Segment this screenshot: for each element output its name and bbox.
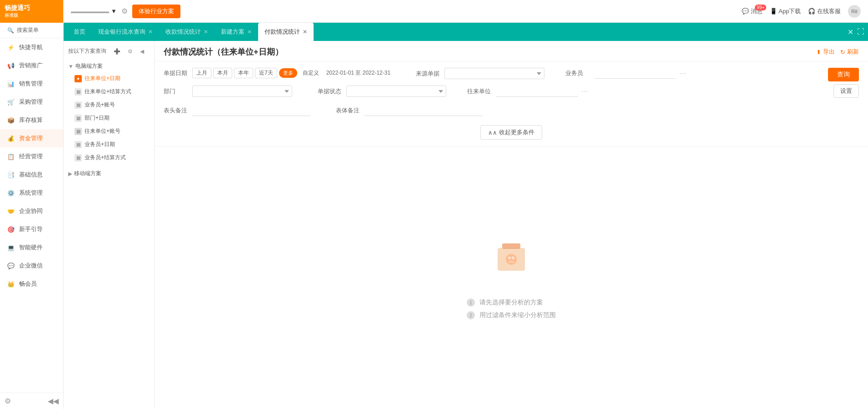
scheme-item[interactable]: ▦业务员+账号 (64, 98, 154, 111)
date-btn-本月[interactable]: 本月 (213, 68, 232, 78)
header-settings-icon[interactable]: ⚙ (121, 7, 128, 15)
settings-bottom-icon[interactable]: ⚙ (5, 397, 11, 405)
export-btn[interactable]: ⬆ 导出 (816, 48, 835, 56)
voucher-status-filter: 单据状态 (318, 86, 446, 97)
date-buttons: 上月本月本年近7天更多 (192, 68, 297, 78)
tab-首页[interactable]: 首页 (67, 23, 92, 41)
phone-icon: 📱 (770, 8, 777, 15)
sidebar-item-quick-nav[interactable]: ⚡快捷导航 (0, 38, 63, 56)
right-content: 付款情况统计（往来单位+日期） ⬆ 导出 ↻ 刷新 (155, 41, 868, 409)
search-label: 搜索菜单 (17, 26, 39, 34)
logo-text: 畅捷通巧 (5, 4, 30, 12)
sidebar-item-inventory[interactable]: 📦库存核算 (0, 111, 63, 129)
item-icon: ▦ (75, 88, 82, 96)
scheme-item[interactable]: ▦部门+日期 (64, 111, 154, 125)
collapse-up-icon: ∧∧ (488, 129, 497, 136)
item-icon: ▦ (75, 154, 82, 162)
custom-label[interactable]: 自定义 (303, 69, 319, 77)
close-tab-icon[interactable]: ✕ (848, 28, 853, 36)
scheme-item[interactable]: ▦往来单位+账号 (64, 125, 154, 138)
item-icon: ● (75, 75, 82, 82)
scheme-item[interactable]: ●往来单位+日期 (64, 72, 154, 85)
search-menu[interactable]: 🔍 搜索菜单 (0, 23, 63, 38)
scheme-settings-btn[interactable]: ⚙ (128, 48, 133, 55)
sidebar-item-operations[interactable]: 📋经营管理 (0, 147, 63, 166)
scheme-item[interactable]: ▦业务员+日期 (64, 138, 154, 151)
sidebar-item-wechat[interactable]: 💬企业微信 (0, 257, 63, 275)
search-icon: 🔍 (7, 27, 14, 34)
dept-select[interactable] (192, 86, 292, 97)
collapse-sidebar-icon[interactable]: ◀◀ (48, 397, 59, 405)
trial-button[interactable]: 体验行业方案 (132, 5, 180, 18)
sidebar-item-marketing[interactable]: 📢营销推广 (0, 56, 63, 75)
nav-icon-marketing: 📢 (6, 61, 15, 70)
scheme-group-title[interactable]: ▶移动端方案 (64, 168, 154, 179)
sidebar-item-member[interactable]: 👑畅会员 (0, 275, 63, 293)
nav-icon-member: 👑 (6, 279, 15, 288)
main-area: ▬▬▬▬▬▬▬ ▼ ⚙ 体验行业方案 💬 99+ 消息 📱 App下载 🎧 在线… (64, 0, 868, 409)
svg-point-4 (512, 257, 514, 259)
nav-icon-quick-nav: ⚡ (6, 43, 15, 52)
scheme-group-title[interactable]: ▼电脑端方案 (64, 61, 154, 72)
query-btn[interactable]: 查询 (828, 68, 859, 81)
sidebar-item-guide[interactable]: 🎯新手引导 (0, 220, 63, 238)
sidebar-item-funds[interactable]: 💰资金管理 (0, 129, 63, 147)
item-icon: ▦ (75, 101, 82, 109)
salesman-input[interactable] (594, 68, 676, 79)
collapse-panel-btn[interactable]: ◀ (140, 48, 144, 55)
source-select[interactable] (444, 68, 544, 79)
user-avatar[interactable]: Rit (848, 5, 861, 18)
date-label: 单据日期 (164, 69, 189, 77)
salesman-dots[interactable]: ··· (679, 69, 686, 78)
date-btn-更多[interactable]: 更多 (279, 68, 297, 78)
settings-filter-btn[interactable]: 设置 (833, 84, 859, 98)
customer-service-label: 在线客服 (817, 8, 841, 15)
refresh-btn[interactable]: ↻ 刷新 (840, 48, 859, 56)
tab-收款情况统计[interactable]: 收款情况统计✕ (159, 23, 215, 41)
sidebar-item-purchase[interactable]: 🛒采购管理 (0, 93, 63, 111)
counterpart-input[interactable] (496, 86, 578, 97)
nav-icon-enterprise: 🤝 (6, 207, 15, 216)
tab-close-icon[interactable]: ✕ (303, 29, 307, 35)
tip-num-2: 2 (467, 311, 475, 319)
tab-close-icon[interactable]: ✕ (204, 29, 208, 35)
sidebar-item-sales[interactable]: 📊销售管理 (0, 75, 63, 93)
app-download[interactable]: 📱 App下载 (770, 7, 801, 15)
date-btn-近7天[interactable]: 近7天 (255, 68, 277, 78)
sidebar-item-enterprise[interactable]: 🤝企业协同 (0, 202, 63, 220)
counterpart-dots[interactable]: ··· (581, 86, 588, 96)
tab-付款情况统计[interactable]: 付款情况统计✕ (258, 23, 314, 41)
tab-close-icon[interactable]: ✕ (247, 29, 252, 35)
tab-新建方案[interactable]: 新建方案✕ (215, 23, 258, 41)
note-body-label: 表体备注 (336, 106, 361, 115)
left-panel: 按以下方案查询 ➕ ⚙ ◀ ▼电脑端方案●往来单位+日期▦往来单位+结算方式▦业… (64, 41, 155, 409)
company-selector[interactable]: ▬▬▬▬▬▬▬ ▼ (71, 8, 117, 15)
nav-icon-purchase: 🛒 (6, 97, 15, 106)
empty-state: 1 请先选择要分析的方案 2 用过滤条件来缩小分析范围 (155, 146, 868, 409)
date-btn-上月[interactable]: 上月 (192, 68, 211, 78)
date-btn-本年[interactable]: 本年 (234, 68, 253, 78)
add-scheme-btn[interactable]: ➕ (114, 48, 120, 55)
salesman-label: 业务员 (565, 69, 590, 77)
dept-filter: 部门 (164, 86, 292, 97)
note-header-input[interactable] (192, 105, 310, 116)
notification-icon[interactable]: 💬 99+ 消息 (742, 7, 763, 15)
nav-icon-funds: 💰 (6, 134, 15, 143)
sidebar-item-basic[interactable]: 📑基础信息 (0, 166, 63, 184)
sidebar-logo: 畅捷通巧 标准版 (0, 0, 63, 23)
app-download-label: App下载 (778, 8, 801, 15)
scheme-item[interactable]: ▦业务员+结算方式 (64, 151, 154, 164)
sidebar-item-hardware[interactable]: 💻智能硬件 (0, 238, 63, 257)
fullscreen-icon[interactable]: ⛶ (857, 28, 864, 36)
customer-service[interactable]: 🎧 在线客服 (808, 7, 841, 15)
note-body-filter: 表体备注 (336, 105, 483, 116)
top-header: ▬▬▬▬▬▬▬ ▼ ⚙ 体验行业方案 💬 99+ 消息 📱 App下载 🎧 在线… (64, 0, 868, 23)
svg-point-2 (506, 254, 517, 265)
sidebar-item-system[interactable]: ⚙️系统管理 (0, 184, 63, 202)
note-body-input[interactable] (364, 105, 483, 116)
voucher-status-select[interactable] (346, 86, 446, 97)
tab-现金银行流水查询[interactable]: 现金银行流水查询✕ (92, 23, 159, 41)
scheme-item[interactable]: ▦往来单位+结算方式 (64, 85, 154, 98)
tab-close-icon[interactable]: ✕ (148, 29, 153, 35)
collapse-conditions-btn[interactable]: ∧∧ 收起更多条件 (480, 125, 542, 140)
